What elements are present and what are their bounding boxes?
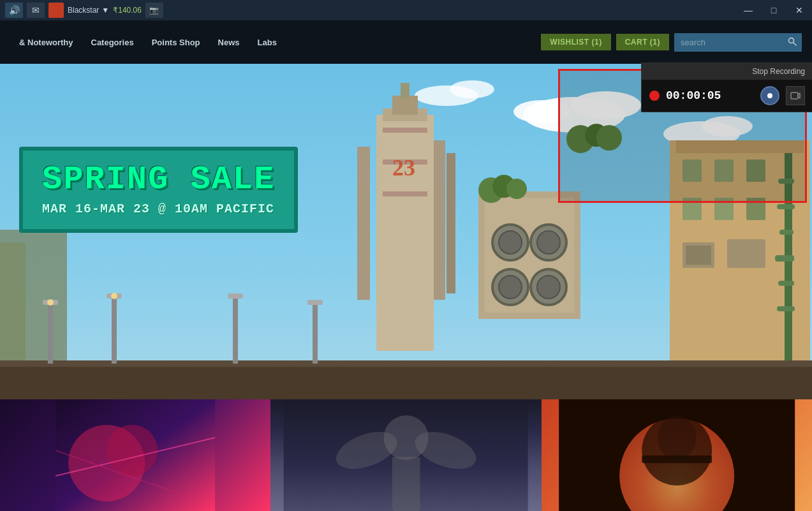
svg-rect-22 [778, 179, 794, 184]
mail-button[interactable]: ✉ [27, 3, 45, 18]
thumb-1-art [0, 399, 270, 511]
svg-rect-16 [714, 198, 734, 220]
svg-rect-59 [233, 293, 238, 364]
svg-rect-83 [642, 455, 712, 463]
svg-rect-26 [778, 281, 794, 286]
svg-rect-61 [313, 300, 318, 364]
svg-point-55 [47, 299, 54, 306]
svg-rect-62 [307, 300, 323, 305]
svg-point-82 [658, 415, 696, 460]
svg-rect-32 [383, 128, 427, 133]
svg-rect-37 [447, 153, 455, 293]
search-input[interactable] [674, 34, 783, 51]
recording-timer: 00:00:05 [666, 89, 754, 102]
svg-point-5 [513, 100, 571, 123]
nav-bar: & Noteworthy Categories Points Shop News… [0, 20, 812, 64]
username-label: Blackstar ▼ [68, 6, 109, 15]
svg-rect-14 [746, 159, 765, 182]
recording-dot-icon [649, 91, 660, 101]
avatar [48, 3, 64, 18]
svg-rect-17 [746, 198, 765, 220]
svg-rect-53 [48, 300, 53, 364]
svg-rect-13 [714, 159, 734, 182]
svg-rect-51 [0, 364, 812, 402]
speaker-button[interactable]: 🔊 [5, 3, 23, 18]
minimize-button[interactable]: — [735, 0, 761, 20]
balance-label: ₹140.06 [113, 6, 142, 15]
thumb-2-art [270, 399, 541, 511]
svg-rect-19 [727, 239, 765, 268]
recording-camera-button[interactable] [786, 86, 805, 105]
svg-point-7 [702, 116, 753, 137]
recording-stop-button[interactable] [760, 86, 779, 105]
window-controls: — □ ✕ [735, 0, 812, 20]
svg-rect-20 [686, 246, 711, 265]
search-container [674, 33, 802, 52]
stop-recording-label: Stop Recording [752, 67, 805, 76]
svg-point-9 [450, 80, 494, 98]
title-bar: 🔊 ✉ Blackstar ▼ ₹140.06 📷 — □ ✕ [0, 0, 812, 20]
close-button[interactable]: ✕ [786, 0, 812, 20]
svg-rect-84 [791, 93, 798, 99]
city-svg: 23 [0, 64, 812, 402]
thumbnail-1[interactable] [0, 399, 270, 511]
recording-controls: 00:00:05 [642, 80, 812, 112]
wishlist-button[interactable]: WISHLIST (1) [541, 34, 610, 50]
screenshot-button[interactable]: 📷 [145, 3, 163, 18]
search-icon [788, 37, 797, 46]
camera-icon [790, 91, 801, 100]
nav-links: & Noteworthy Categories Points Shop News… [10, 33, 541, 52]
stop-icon [766, 92, 774, 100]
thumbnail-2[interactable] [270, 399, 541, 511]
thumb-3-art [542, 399, 812, 511]
maximize-button[interactable]: □ [761, 0, 786, 20]
search-button[interactable] [783, 33, 802, 52]
title-bar-left: 🔊 ✉ Blackstar ▼ ₹140.06 📷 [5, 3, 163, 18]
svg-rect-76 [392, 457, 420, 511]
svg-rect-24 [779, 230, 794, 235]
svg-rect-11 [676, 140, 804, 153]
svg-rect-27 [777, 306, 795, 311]
svg-rect-36 [434, 140, 445, 300]
svg-rect-34 [383, 191, 427, 196]
nav-link-labs[interactable]: Labs [249, 33, 286, 52]
nav-link-categories[interactable]: Categories [82, 33, 143, 52]
svg-rect-38 [357, 147, 370, 300]
svg-rect-25 [775, 255, 794, 262]
thumbnails [0, 399, 812, 511]
svg-line-1 [794, 43, 796, 45]
nav-link-news[interactable]: News [209, 33, 249, 52]
svg-rect-28 [376, 115, 434, 351]
svg-rect-12 [683, 159, 702, 182]
svg-point-44 [537, 231, 560, 254]
stop-recording-bar: Stop Recording [642, 63, 812, 80]
main-content: 23 [0, 64, 812, 511]
svg-rect-23 [777, 204, 795, 209]
svg-point-71 [107, 425, 158, 476]
svg-rect-15 [683, 198, 702, 220]
nav-link-points-shop[interactable]: Points Shop [143, 33, 209, 52]
nav-link-noteworthy[interactable]: & Noteworthy [10, 33, 82, 52]
hero-banner: 23 [0, 64, 812, 402]
svg-rect-52 [0, 360, 812, 367]
svg-point-4 [571, 91, 641, 119]
svg-text:23: 23 [392, 155, 415, 181]
svg-point-68 [596, 125, 622, 151]
nav-right: WISHLIST (1) CART (1) [541, 33, 802, 52]
svg-point-48 [537, 276, 560, 299]
svg-point-0 [789, 38, 794, 43]
recording-panel: Stop Recording 00:00:05 [641, 63, 812, 112]
sale-dates: MAR 16-MAR 23 @ 10AM PACIFIC [42, 202, 275, 216]
svg-rect-60 [228, 293, 243, 299]
svg-point-65 [506, 179, 527, 199]
svg-point-42 [499, 231, 522, 254]
svg-point-46 [499, 276, 522, 299]
thumbnail-3[interactable] [542, 399, 812, 511]
sale-title: SPRING SALE [42, 163, 275, 196]
svg-rect-31 [401, 83, 410, 99]
cart-button[interactable]: CART (1) [616, 34, 669, 50]
sale-sign: SPRING SALE MAR 16-MAR 23 @ 10AM PACIFIC [19, 147, 298, 233]
svg-rect-56 [112, 293, 117, 364]
svg-point-58 [111, 293, 117, 299]
